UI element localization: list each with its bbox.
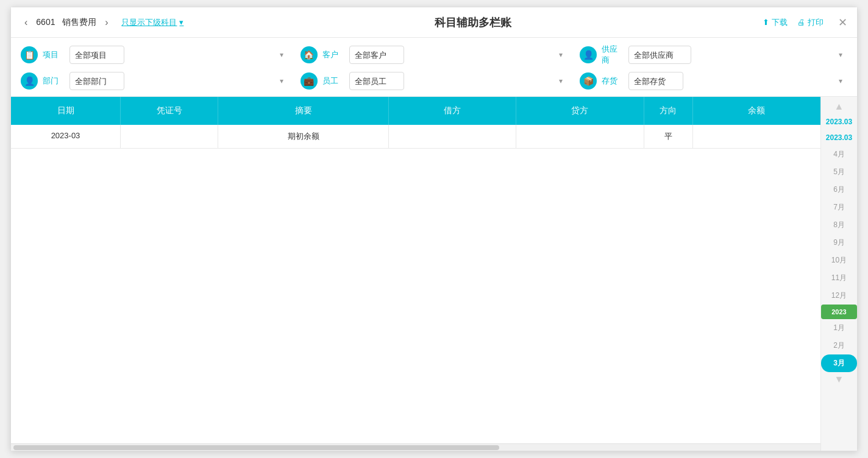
chevron-down-icon: ▾ <box>179 18 183 27</box>
scrollbar-thumb <box>13 445 499 450</box>
department-select[interactable]: 全部部门 <box>69 72 124 90</box>
month-item-1[interactable]: 1月 <box>821 319 857 337</box>
table-area: 日期 凭证号 摘要 借方 贷方 方向 余额 2023-03 期初余额 平 <box>11 97 820 451</box>
department-icon: 👤 <box>21 72 38 90</box>
col-date: 日期 <box>11 97 121 125</box>
cell-summary: 期初余额 <box>218 125 389 148</box>
department-label: 部门 <box>43 76 65 86</box>
scroll-down-button[interactable]: ▼ <box>827 372 852 387</box>
bottom-scrollbar[interactable] <box>11 443 820 451</box>
col-debit: 借方 <box>389 97 516 125</box>
inventory-label: 存货 <box>602 76 624 86</box>
project-filter: 📋 项目 全部项目 <box>21 44 288 66</box>
year-badge-2023[interactable]: 2023 <box>821 305 857 319</box>
table-header: 日期 凭证号 摘要 借方 贷方 方向 余额 <box>11 97 820 125</box>
project-icon: 📋 <box>21 46 38 63</box>
inventory-icon: 📦 <box>580 72 597 90</box>
supplier-select[interactable]: 全部供应商 <box>628 46 691 64</box>
col-direction: 方向 <box>644 97 693 125</box>
inventory-filter: 📦 存货 全部存货 <box>580 72 847 90</box>
cell-balance <box>693 125 820 148</box>
supplier-icon: 👤 <box>580 46 597 63</box>
month-item-12[interactable]: 12月 <box>821 287 857 305</box>
month-item-9[interactable]: 9月 <box>821 234 857 252</box>
page-title: 科目辅助多栏账 <box>183 15 763 30</box>
customer-label: 客户 <box>322 49 344 60</box>
col-credit: 贷方 <box>516 97 644 125</box>
prev-account-button[interactable]: ‹ <box>21 16 31 29</box>
table-row: 2023-03 期初余额 平 <box>11 125 820 149</box>
employee-label: 员工 <box>322 76 344 86</box>
employee-icon: 💼 <box>301 72 318 90</box>
month-item-6[interactable]: 6月 <box>821 181 857 199</box>
next-account-button[interactable]: › <box>101 16 112 29</box>
modal-header: ‹ 6601 销售费用 › 只显示下级科目 ▾ 科目辅助多栏账 ⬆ 下载 🖨 打… <box>11 7 857 38</box>
employee-filter: 💼 员工 全部员工 <box>301 72 568 90</box>
col-summary: 摘要 <box>218 97 389 125</box>
cell-credit <box>516 125 644 148</box>
month-item-8[interactable]: 8月 <box>821 216 857 234</box>
only-sub-button[interactable]: 只显示下级科目 ▾ <box>121 17 183 28</box>
month-item-7[interactable]: 7月 <box>821 199 857 216</box>
customer-icon: 🏠 <box>301 46 318 63</box>
customer-filter: 🏠 客户 全部客户 <box>301 44 568 66</box>
filter-bar: 📋 项目 全部项目 🏠 客户 全部客户 👤 供应商 全 <box>11 38 857 97</box>
customer-select[interactable]: 全部客户 <box>349 46 404 64</box>
cell-direction: 平 <box>644 125 693 148</box>
modal-container: ‹ 6601 销售费用 › 只显示下级科目 ▾ 科目辅助多栏账 ⬆ 下载 🖨 打… <box>10 7 858 451</box>
account-code: 6601 销售费用 <box>36 17 96 28</box>
month-item-3-active[interactable]: 3月 <box>821 354 857 372</box>
month-item-10[interactable]: 10月 <box>821 252 857 269</box>
main-area: 日期 凭证号 摘要 借方 贷方 方向 余额 2023-03 期初余额 平 <box>11 97 857 451</box>
project-select[interactable]: 全部项目 <box>69 46 124 64</box>
month-item-5[interactable]: 5月 <box>821 163 857 181</box>
supplier-label: 供应商 <box>602 44 624 66</box>
scroll-up-button[interactable]: ▲ <box>827 99 852 114</box>
inventory-select[interactable]: 全部存货 <box>628 72 683 90</box>
employee-select[interactable]: 全部员工 <box>349 72 404 90</box>
cell-date: 2023-03 <box>11 125 121 148</box>
col-voucher: 凭证号 <box>121 97 218 125</box>
month-item-11[interactable]: 11月 <box>821 269 857 287</box>
month-item-2023-03-a[interactable]: 2023.03 <box>821 114 857 130</box>
cell-debit <box>389 125 516 148</box>
month-item-2023-03-b[interactable]: 2023.03 <box>821 130 857 146</box>
download-icon: ⬆ <box>763 18 769 27</box>
table-body: 2023-03 期初余额 平 <box>11 125 820 443</box>
header-actions: ⬆ 下载 🖨 打印 ✕ <box>763 16 847 29</box>
month-sidebar: ▲ 2023.03 2023.03 4月 5月 6月 7月 8月 9月 10月 … <box>820 97 857 451</box>
month-item-2[interactable]: 2月 <box>821 337 857 354</box>
month-item-4[interactable]: 4月 <box>821 146 857 163</box>
close-button[interactable]: ✕ <box>838 16 847 29</box>
print-button[interactable]: 🖨 打印 <box>797 17 824 28</box>
supplier-filter: 👤 供应商 全部供应商 <box>580 44 847 66</box>
department-filter: 👤 部门 全部部门 <box>21 72 288 90</box>
col-balance: 余额 <box>693 97 820 125</box>
print-icon: 🖨 <box>797 18 805 27</box>
cell-voucher <box>121 125 218 148</box>
project-label: 项目 <box>43 49 65 60</box>
download-button[interactable]: ⬆ 下载 <box>763 17 788 28</box>
